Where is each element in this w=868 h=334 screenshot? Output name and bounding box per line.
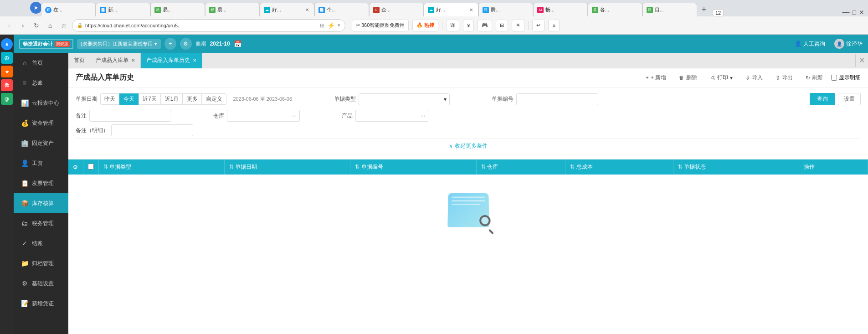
ext-icon-2[interactable]: ⊕ [1,52,13,64]
th-doc-date[interactable]: ⇅ 单据日期 [224,159,350,175]
sidebar-item-invoice[interactable]: 📋 发票管理 [14,173,68,193]
bookmark-button[interactable]: ☆ [58,20,69,31]
print-btn[interactable]: 🖨 打印 ▾ [705,72,737,83]
window-minimize-btn[interactable]: — [842,8,850,16]
translate-btn[interactable]: 译 [446,20,459,31]
back-button[interactable]: ‹ [4,20,15,31]
add-company-btn[interactable]: + [164,38,176,50]
ext-icon-3[interactable]: ★ [1,66,13,77]
ext-icon-1[interactable]: e [1,38,13,50]
tab-close-tab8[interactable]: ✕ [468,7,474,13]
sidebar-item-home[interactable]: ⌂ 首页 [14,53,68,73]
tab-tab6[interactable]: 📄 个... [314,3,369,16]
tab-close-tab5[interactable]: ✕ [304,7,310,13]
brightness-btn[interactable]: ☀ [512,20,524,31]
hot-search-btn[interactable]: 🔥 热搜 [412,20,438,31]
th-doc-type[interactable]: ⇅ 单据类型 [98,159,224,175]
sidebar-item-archive[interactable]: 📁 归档管理 [14,253,68,273]
panel-close-btn[interactable]: ✕ [855,54,868,67]
settings-icon[interactable]: ⚙ [180,38,192,50]
date-filter-7days[interactable]: 近7天 [139,93,161,105]
th-checkbox[interactable] [83,159,98,175]
forward-button[interactable]: › [17,20,28,31]
settings-browser-btn[interactable]: ≡ [548,20,559,31]
home-button[interactable]: ⌂ [45,20,56,31]
tab-tab11[interactable]: 各 各... [588,3,642,16]
tab-tab8[interactable]: ☁ 好... ✕ [424,3,478,16]
sidebar-item-fixed-assets[interactable]: 🏢 固定资产 [14,133,68,153]
tab-tab1[interactable]: 在 在... [41,3,96,16]
collapse-btn[interactable]: ∧ 收起更多条件 [443,140,493,152]
sidebar-item-tax[interactable]: 🗂 税务管理 [14,213,68,233]
tab-tab7[interactable]: C 企... [369,3,424,16]
query-button[interactable]: 查询 [810,93,835,105]
window-close-btn[interactable]: ✕ [859,9,864,16]
consult-btn[interactable]: 👤 人工咨询 [795,40,825,48]
page-tab-list[interactable]: 产成品入库单 ✕ [90,53,141,68]
page-tab-history[interactable]: 产成品入库单历史 ✕ [141,53,202,68]
sidebar-item-fund[interactable]: 💰 资金管理 [14,113,68,133]
tab-tab9[interactable]: 腾 腾... [478,3,533,16]
delete-btn[interactable]: 🗑 删除 [674,72,702,83]
th-total-cost[interactable]: ⇅ 总成本 [565,159,673,175]
setting-button[interactable]: 设置 [838,93,861,105]
tab-tab4[interactable]: 易 易... [205,3,260,16]
grid-view-btn[interactable]: ⊞ [496,20,508,31]
date-filter-today[interactable]: 今天 [119,93,139,105]
gear-table-icon[interactable]: ⚙ [73,164,78,170]
refresh-button[interactable]: ↻ [31,20,42,31]
browser-nav-icon[interactable]: ➤ [30,2,42,14]
th-doc-status[interactable]: ⇅ 单据状态 [673,159,799,175]
th-doc-number[interactable]: ⇅ 单据编号 [350,159,476,175]
breadcrumb-home[interactable]: 首页 [74,57,85,64]
user-btn[interactable]: 👤 徐泽华 [834,39,863,49]
th-warehouse[interactable]: ⇅ 仓库 [476,159,565,175]
ext-icon-5[interactable]: @ [1,93,13,105]
import-btn[interactable]: ⇩ 导入 [741,72,767,83]
tab-tab12[interactable]: 目 目... [642,3,697,16]
tab-tab3[interactable]: 易 易... [150,3,205,16]
fire-icon: 🔥 [416,22,423,28]
page-tab-list-close[interactable]: ✕ [131,58,135,63]
date-filter-1month[interactable]: 近1月 [161,93,183,105]
refresh-btn[interactable]: ↻ 刷新 [801,72,827,83]
date-filter-more[interactable]: 更多 [183,93,202,105]
remark-input[interactable] [89,110,171,122]
warehouse-select[interactable]: ··· [227,110,300,122]
doc-number-input[interactable] [516,93,598,105]
export-btn[interactable]: ⇧ 导出 [771,72,797,83]
calendar-icon[interactable]: 📅 [234,40,241,47]
tab-tab10[interactable]: M 畅... [533,3,588,16]
display-cols-checkbox[interactable] [831,75,837,81]
remark-detail-input[interactable] [111,124,193,136]
ext-icon-4[interactable]: 微 [1,79,13,91]
url-bar[interactable]: 🔒 https://cloud.chanjet.com/accounting/u… [72,19,345,32]
sidebar-item-inventory[interactable]: 📦 库存核算 [14,193,68,213]
company-selector[interactable]: (勿删勿禁用）江西服宝测试专用 ▾ [77,39,161,49]
new-tab-button[interactable]: + [697,3,711,16]
window-maximize-btn[interactable]: □ [853,9,856,16]
sidebar-item-new-voucher[interactable]: 📝 新增凭证 [14,293,68,313]
product-select[interactable]: ··· [355,110,428,122]
tab-tab5[interactable]: ☁ 好... ✕ [260,3,314,16]
doc-type-select[interactable]: ▾ [359,93,450,105]
select-all-checkbox[interactable] [88,164,94,170]
undo-btn[interactable]: ↩ [532,20,544,31]
date-filter-yesterday[interactable]: 昨天 [100,93,119,105]
sidebar-item-checkout[interactable]: ✓ 结账 [14,233,68,253]
new-btn[interactable]: + + 新增 [641,72,671,83]
sidebar-item-settings[interactable]: ⚙ 基础设置 [14,273,68,293]
page-tab-history-close[interactable]: ✕ [193,58,196,63]
warehouse-label: 仓库 [213,112,224,120]
tab-tab2[interactable]: 📄 新... [96,3,150,16]
rmb-btn[interactable]: ¥ [463,20,474,31]
sidebar-item-payroll[interactable]: 👤 工资 [14,153,68,173]
smart-cutout-btn[interactable]: ✂ 360智能抠图免费用 [352,20,409,31]
sidebar-item-cloud-report[interactable]: 📊 云报表中心 [14,93,68,113]
url-dropdown-icon[interactable]: ▾ [338,22,340,28]
game-btn[interactable]: 🎮 [478,20,492,31]
sidebar-item-general-ledger[interactable]: ≡ 总账 [14,73,68,93]
tab-label-tab3: 易... [163,6,201,13]
th-gear[interactable]: ⚙ [68,159,83,175]
date-filter-custom[interactable]: 自定义 [202,93,226,105]
